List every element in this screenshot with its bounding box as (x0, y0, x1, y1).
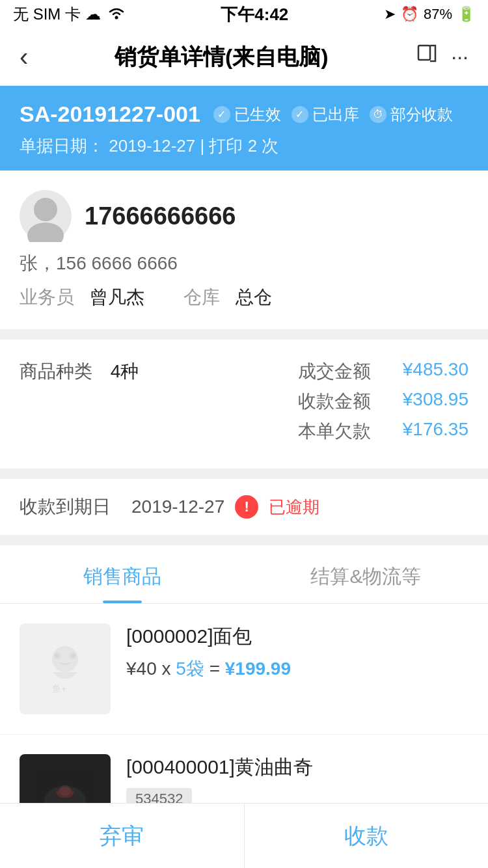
product-name-2: [000400001]黄油曲奇 (126, 754, 468, 781)
bottom-bar: 弃审 收款 (0, 803, 488, 868)
product-image-1: 鱼+ (20, 623, 111, 714)
abandon-review-button[interactable]: 弃审 (0, 804, 245, 868)
deal-amount-value: ¥485.30 (390, 359, 468, 384)
wifi-icon (107, 5, 126, 23)
clock-icon: ⏱ (370, 106, 386, 123)
check-icon-2: ✓ (291, 106, 308, 123)
received-label: 收款金额 (298, 389, 371, 414)
svg-rect-1 (418, 46, 430, 60)
due-date-value: 2019-12-27 (131, 496, 224, 517)
location-icon: ➤ (384, 6, 396, 23)
badge-effective: ✓ 已生效 (213, 104, 281, 125)
product-kinds-label: 商品种类 (20, 361, 92, 381)
overdue-icon: ! (235, 495, 258, 519)
table-row: 鱼+ [0000002]面包 ¥40 x 5袋 = ¥199.99 (0, 604, 488, 735)
svg-point-0 (115, 16, 118, 20)
check-icon-1: ✓ (213, 106, 230, 123)
divider-3 (0, 535, 488, 545)
product-kinds-value: 4种 (111, 361, 139, 381)
customer-name: 17666666666 (85, 202, 236, 230)
tab-sales-products[interactable]: 销售商品 (0, 545, 244, 603)
badge-partial: ⏱ 部分收款 (370, 104, 453, 125)
svg-point-4 (52, 646, 78, 672)
due-date-label: 收款到期日 (20, 495, 111, 519)
svg-point-5 (54, 653, 61, 659)
share-icon[interactable] (414, 43, 438, 72)
nav-right: ··· (414, 43, 468, 72)
debt-label: 本单欠款 (298, 419, 371, 444)
warehouse-value: 总仓 (236, 287, 272, 307)
received-value: ¥308.95 (390, 389, 468, 414)
summary-section: 商品种类 4种 成交金额 ¥485.30 收款金额 ¥308.95 本单欠款 ¥… (0, 340, 488, 468)
avatar (20, 190, 72, 242)
divider-2 (0, 468, 488, 479)
overdue-text: 已逾期 (269, 496, 319, 519)
nav-bar: ‹ 销货单详情(来自电脑) ··· (0, 29, 488, 86)
nav-left: ‹ (20, 42, 28, 72)
collect-payment-button[interactable]: 收款 (245, 804, 489, 868)
debt-value: ¥176.35 (390, 419, 468, 444)
svg-point-6 (70, 653, 76, 659)
more-icon[interactable]: ··· (451, 45, 468, 69)
product-info-1: [0000002]面包 ¥40 x 5袋 = ¥199.99 (126, 623, 468, 714)
battery-level: 87% (424, 6, 452, 23)
battery-icon: 🔋 (457, 6, 475, 23)
divider-1 (0, 329, 488, 340)
salesman-value: 曾凡杰 (90, 287, 144, 307)
status-bar-left: 无 SIM 卡 ☁ (13, 4, 126, 25)
customer-section: 17666666666 张，156 6666 6666 业务员 曾凡杰 仓库 总… (0, 170, 488, 329)
page-title: 销货单详情(来自电脑) (115, 42, 329, 72)
svg-point-2 (34, 198, 57, 221)
product-name-1: [0000002]面包 (126, 623, 468, 650)
status-bar-right: ➤ ⏰ 87% 🔋 (384, 6, 475, 23)
product-price-1: ¥40 x 5袋 = ¥199.99 (126, 657, 468, 681)
badge-shipped: ✓ 已出库 (291, 104, 359, 125)
tabs-section: 销售商品 结算&物流等 (0, 545, 488, 604)
alarm-icon: ⏰ (401, 6, 418, 23)
svg-point-3 (27, 223, 64, 242)
order-number: SA-20191227-001 (20, 102, 200, 127)
order-date: 单据日期： 2019-12-27 | 打印 2 次 (20, 135, 468, 157)
sim-status: 无 SIM 卡 ☁ (13, 4, 101, 25)
due-section: 收款到期日 2019-12-27 ! 已逾期 (0, 479, 488, 535)
status-bar: 无 SIM 卡 ☁ 下午4:42 ➤ ⏰ 87% 🔋 (0, 0, 488, 29)
svg-point-10 (59, 785, 70, 796)
order-badges: ✓ 已生效 ✓ 已出库 ⏱ 部分收款 (213, 104, 453, 125)
svg-text:鱼+: 鱼+ (52, 683, 66, 694)
order-header: SA-20191227-001 ✓ 已生效 ✓ 已出库 ⏱ 部分收款 单据日期：… (0, 86, 488, 170)
status-bar-time: 下午4:42 (221, 3, 288, 26)
deal-amount-label: 成交金额 (298, 359, 371, 384)
amounts-block: 成交金额 ¥485.30 收款金额 ¥308.95 本单欠款 ¥176.35 (298, 359, 468, 449)
warehouse-label: 仓库 (183, 287, 220, 307)
salesman-label: 业务员 (20, 287, 74, 307)
customer-meta: 业务员 曾凡杰 仓库 总仓 (20, 285, 468, 310)
back-button[interactable]: ‹ (20, 42, 28, 72)
customer-sub: 张，156 6666 6666 (20, 251, 468, 276)
tab-settlement[interactable]: 结算&物流等 (244, 545, 488, 603)
